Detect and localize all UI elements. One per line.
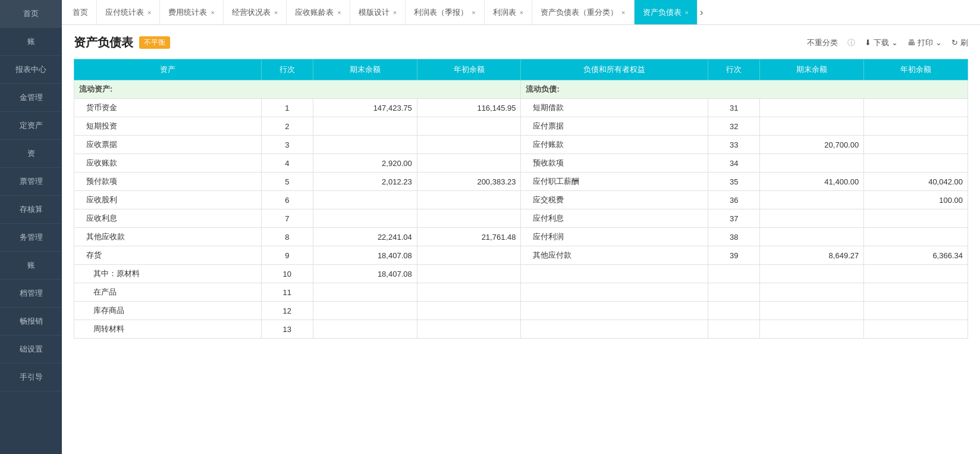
right-item-label: 应付票据 [521,117,708,136]
right-item-empty [521,283,708,302]
page-header: 资产负债表 不平衡 不重分类 ⓘ ⬇ 下载 ⌄ 🖶 打印 ⌄ ↻ 刷 [74,35,968,51]
left-item-label: 在产品 [74,283,262,302]
col-header-liabilities: 负债和所有者权益 [521,60,708,80]
tab-operations[interactable]: 经营状况表 × [224,0,287,25]
sidebar-item-inventory[interactable]: 存核算 [0,196,62,224]
close-tab-balance-sheet[interactable]: × [685,9,689,16]
right-item-label: 应付利息 [521,209,708,228]
left-period-val [313,320,417,339]
close-tab-operations[interactable]: × [274,9,278,16]
right-year-val: 6,366.34 [864,246,968,265]
sidebar-item-ticket[interactable]: 票管理 [0,168,62,196]
left-item-label: 应收账款 [74,154,262,173]
close-tab-income-quarterly[interactable]: × [472,9,475,16]
sidebar-item-home[interactable]: 首页 [0,0,62,28]
left-period-val [313,283,417,302]
left-year-val [417,191,521,209]
table-row: 应收账款 4 2,920.00 预收款项 34 [74,154,968,173]
left-period-val: 22,241.04 [313,228,417,246]
page-content-area: 资产负债表 不平衡 不重分类 ⓘ ⬇ 下载 ⌄ 🖶 打印 ⌄ ↻ 刷 [62,25,980,454]
tab-template-design[interactable]: 模版设计 × [350,0,406,25]
tab-receivable-aging[interactable]: 应收账龄表 × [287,0,350,25]
tab-balance-sheet[interactable]: 资产负债表 × [635,0,698,25]
close-tab-balance-reclassified[interactable]: × [621,9,625,16]
close-tab-template-design[interactable]: × [393,9,397,16]
col-header-year-start: 年初余额 [417,60,521,80]
left-year-val [417,117,521,136]
left-year-val [417,302,521,320]
col-header-period-end2: 期末余额 [760,60,864,80]
sidebar-item-investment[interactable]: 资 [0,140,62,168]
left-year-val [417,154,521,173]
tab-payable-stats[interactable]: 应付统计表 × [97,0,160,25]
page-title-area: 资产负债表 不平衡 [74,35,170,51]
left-year-val [417,136,521,154]
page-actions: 不重分类 ⓘ ⬇ 下载 ⌄ 🖶 打印 ⌄ ↻ 刷 [807,37,968,48]
right-row-num: 37 [708,209,760,228]
tab-balance-reclassified[interactable]: 资产负债表（重分类） × [532,0,634,25]
sidebar-item-settings[interactable]: 础设置 [0,336,62,364]
sidebar-item-guide[interactable]: 手引导 [0,364,62,392]
right-item-empty [521,302,708,320]
left-item-label: 其中：原材料 [74,265,262,283]
table-row: 周转材料 13 [74,320,968,339]
table-row: 库存商品 12 [74,302,968,320]
right-row-num: 39 [708,246,760,265]
left-row-num: 9 [261,246,313,265]
sidebar-item-fund[interactable]: 金管理 [0,84,62,112]
download-button[interactable]: ⬇ 下载 ⌄ [865,37,898,48]
table-row: 应收利息 7 应付利息 37 [74,209,968,228]
left-year-val: 200,383.23 [417,173,521,191]
sidebar-item-report-center[interactable]: 报表中心 [0,56,62,84]
tab-income-quarterly[interactable]: 利润表（季报） × [406,0,484,25]
left-period-val [313,302,417,320]
left-row-num: 13 [261,320,313,339]
tab-scroll-right[interactable]: › [700,7,703,18]
right-row-num: 38 [708,228,760,246]
sidebar-item-archive[interactable]: 档管理 [0,280,62,308]
right-item-empty [521,265,708,283]
left-section-label: 流动资产: [74,80,521,99]
tab-income[interactable]: 利润表 × [485,0,532,25]
close-tab-income[interactable]: × [520,9,523,16]
tab-bar: 首页 应付统计表 × 费用统计表 × 经营状况表 × 应收账龄表 × 模版设计 … [62,0,980,25]
right-row-num: 36 [708,191,760,209]
right-year-val: 40,042.00 [864,173,968,191]
print-chevron-icon: ⌄ [935,38,942,47]
right-item-label: 应付职工薪酬 [521,173,708,191]
balance-sheet-table: 资产 行次 期末余额 年初余额 负债和所有者权益 行次 期末余额 年初余额 流动… [74,59,968,339]
right-row-num: 31 [708,99,760,117]
table-row: 其中：原材料 10 18,407.08 [74,265,968,283]
left-year-val [417,283,521,302]
left-row-num: 2 [261,117,313,136]
tab-expense-stats[interactable]: 费用统计表 × [160,0,223,25]
close-tab-payable-stats[interactable]: × [147,9,151,16]
right-year-val: 100.00 [864,191,968,209]
right-period-val: 41,400.00 [760,173,864,191]
left-item-label: 其他应收款 [74,228,262,246]
refresh-button[interactable]: ↻ 刷 [951,37,968,48]
right-row-num: 35 [708,173,760,191]
right-section-label: 流动负债: [521,80,968,99]
table-row: 在产品 11 [74,283,968,302]
sidebar-item-fixed-assets[interactable]: 定资产 [0,112,62,140]
sidebar-item-account[interactable]: 账 [0,252,62,280]
left-item-label: 应收票据 [74,136,262,154]
left-period-val [313,136,417,154]
left-row-num: 12 [261,302,313,320]
right-row-num: 32 [708,117,760,136]
tab-home[interactable]: 首页 [64,0,97,25]
left-item-label: 应收利息 [74,209,262,228]
sidebar-item-tax[interactable]: 务管理 [0,224,62,252]
sidebar-item-expense[interactable]: 畅报销 [0,308,62,336]
print-icon: 🖶 [907,38,915,47]
left-period-val [313,209,417,228]
close-tab-receivable-aging[interactable]: × [337,9,341,16]
close-tab-expense-stats[interactable]: × [211,9,214,16]
sidebar-item-ledger[interactable]: 账 [0,28,62,56]
right-period-val: 20,700.00 [760,136,864,154]
help-icon[interactable]: ⓘ [847,37,855,48]
col-header-period-end: 期末余额 [313,60,417,80]
print-button[interactable]: 🖶 打印 ⌄ [907,37,942,48]
sidebar: 首页 账 报表中心 金管理 定资产 资 票管理 存核算 务管理 账 档管理 畅报… [0,0,62,454]
